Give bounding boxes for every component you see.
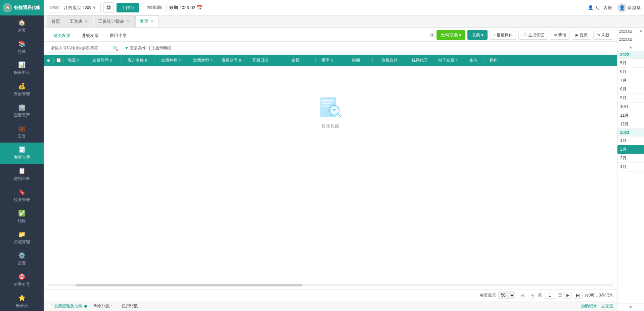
sub-tab-sales-invoice[interactable]: 销项发票	[48, 31, 76, 41]
settings-icon: ⚙️	[18, 252, 26, 259]
period-2022-8[interactable]: 8月	[617, 85, 644, 94]
show-detail-checkbox-area[interactable]: 显示明细	[149, 45, 171, 51]
period-2023-4[interactable]: 4月	[617, 163, 644, 171]
sidebar-item-guide[interactable]: 🎯 新手引导	[0, 270, 44, 291]
generate-cert-button[interactable]: 📄 生成凭证	[518, 31, 548, 40]
last-page-button[interactable]: ▶|	[574, 292, 583, 299]
check-indicator	[84, 305, 87, 308]
search-input[interactable]	[51, 46, 111, 50]
sidebar-item-close-label: 结账	[18, 218, 26, 224]
user-menu[interactable]: 👤 徐溢华	[617, 3, 641, 12]
panel-close-icon[interactable]: ✕	[639, 29, 643, 34]
th-tax-area: 税局代开	[406, 57, 433, 63]
grid-view-icon[interactable]: ⊞	[430, 32, 434, 38]
salary-tab-close-icon[interactable]: ✕	[84, 19, 89, 24]
used-count-area: 已用张数：	[122, 303, 143, 309]
tab-bar: 首页 工资表 ✕ 工资统计报表 ✕ 发票 ✕	[44, 15, 644, 28]
old-version-button[interactable]: 切到旧版	[142, 3, 167, 12]
period-2022-7[interactable]: 7月	[617, 76, 644, 85]
pagination: 每页显示 50 100 200 |◀ ◀ 第 页 ▶ ▶| 共0页，0条记录	[480, 291, 613, 299]
sidebar-item-salary-label: 工资	[18, 133, 26, 139]
period-2022-11[interactable]: 11月	[617, 111, 644, 120]
invoice-check-link[interactable]: 发票查验及拍照	[54, 303, 82, 309]
period-2022-5[interactable]: 5月	[617, 59, 644, 68]
svg-rect-2	[322, 103, 332, 104]
no-deduction-button[interactable]: 无勾取票 ▾	[436, 30, 465, 40]
period-2022-9[interactable]: 9月	[617, 94, 644, 103]
period-2022-12[interactable]: 12月	[617, 120, 644, 129]
tab-invoice[interactable]: 发票 ✕	[135, 15, 159, 27]
more-conditions-button[interactable]: ▼ 更多条件	[125, 45, 146, 51]
sidebar-item-sales[interactable]: 📋 进销台账	[0, 164, 44, 185]
th-invoice-num: 发票号码 ⇅	[84, 57, 121, 63]
period-2022-10[interactable]: 10月	[617, 103, 644, 111]
th-checkbox[interactable]	[54, 58, 64, 63]
prev-page-button[interactable]: ◀	[528, 292, 536, 299]
salary-report-tab-close-icon[interactable]: ✕	[126, 19, 130, 24]
tab-salary[interactable]: 工资表 ✕	[65, 15, 93, 27]
period-calendar-icon[interactable]: 📅	[197, 5, 202, 10]
sidebar-item-vip-label: 畅会员	[16, 303, 28, 309]
tab-salary-report[interactable]: 工资统计报表 ✕	[94, 15, 135, 27]
copy-button[interactable]: ⧉	[103, 2, 114, 13]
sidebar-item-home[interactable]: 🏠 首页	[0, 15, 44, 37]
first-page-button[interactable]: |◀	[517, 292, 526, 299]
page-input[interactable]	[544, 292, 556, 299]
service-label: 人工客服	[595, 5, 612, 11]
next-page-button[interactable]: ▶	[564, 292, 572, 299]
show-detail-checkbox[interactable]	[149, 46, 154, 50]
tab-home[interactable]: 首页	[47, 15, 64, 27]
invoice-tab-close-icon[interactable]: ✕	[150, 19, 154, 24]
sub-tab-purchase-label: 进项发票	[81, 33, 99, 38]
period-2023-1[interactable]: 1月	[617, 137, 644, 145]
sidebar-item-ledger-label: 总账	[18, 49, 26, 54]
sidebar-item-ledger[interactable]: 📚 总账	[0, 37, 44, 58]
period-2022-6[interactable]: 6月	[617, 68, 644, 76]
video-label: 视频	[580, 32, 588, 38]
reports-icon: 📊	[18, 61, 26, 69]
sidebar-item-vip[interactable]: ⭐ 畅会员	[0, 291, 44, 311]
sidebar-item-tax[interactable]: 🔖 税务管理	[0, 185, 44, 206]
refresh-button[interactable]: ↻ 刷新	[593, 31, 613, 40]
th-cert: 凭证 ⇅	[64, 57, 84, 63]
sidebar-item-finance[interactable]: 💰 资金管理	[0, 79, 44, 100]
generate-cert-icon: 📄	[522, 33, 527, 37]
sidebar-item-archive[interactable]: 📁 归档管理	[0, 227, 44, 248]
video-button[interactable]: ▶ 视频	[572, 31, 591, 40]
sidebar-item-reports[interactable]: 📊 报表中心	[0, 58, 44, 79]
sidebar-item-invoice[interactable]: 🧾 发票管理	[0, 143, 44, 164]
period-text-label: 账期	[169, 5, 178, 11]
period-scroll-down-button[interactable]: ▼	[617, 303, 644, 311]
period-2023-3[interactable]: 3月	[617, 154, 644, 163]
footer-links: 加购记录 去充值	[581, 303, 613, 309]
th-settings[interactable]: ⚙	[44, 58, 54, 63]
workspace-button[interactable]: 工作台	[117, 3, 139, 12]
period-scroll-up-button[interactable]: ▲	[617, 43, 644, 51]
sidebar-item-close[interactable]: ✅ 结账	[0, 206, 44, 227]
deduction-button[interactable]: 取票 ▾	[467, 30, 488, 40]
sidebar-item-guide-label: 新手引导	[14, 282, 30, 287]
sidebar-item-settings[interactable]: ⚙️ 设置	[0, 248, 44, 270]
sidebar-item-salary[interactable]: 💼 工资	[0, 121, 44, 143]
invoice-check-checkbox[interactable]	[48, 304, 52, 308]
per-page-select[interactable]: 50 100 200	[498, 291, 515, 299]
select-all-checkbox[interactable]	[56, 58, 61, 63]
panel-period-label: 2023.02	[619, 29, 632, 33]
join-member-link[interactable]: 加购记录	[581, 303, 597, 309]
company-label-prefix: (勿删）	[50, 5, 62, 10]
billing-link[interactable]: 去充值	[601, 303, 613, 309]
th-tax-rate: 税率 ⇅	[316, 57, 339, 63]
th-inv-cat: 发票类型 ⇅	[188, 57, 218, 63]
page-end-label: 页	[558, 293, 562, 298]
sub-tab-expense-receipt[interactable]: 费用小票	[104, 31, 132, 41]
sidebar-item-assets[interactable]: 🏢 固定资产	[0, 100, 44, 121]
new-button[interactable]: ⊕ 新增	[550, 31, 570, 40]
customer-service-button[interactable]: 👤 人工客服	[588, 5, 612, 11]
period-2023-2[interactable]: 2月	[617, 145, 644, 154]
sub-tab-purchase-invoice[interactable]: 进项发票	[76, 31, 104, 41]
company-selector[interactable]: (勿删） 江西股宝-LSS ▼	[47, 3, 101, 12]
generate-cert-label: 生成凭证	[528, 32, 544, 38]
batch-op-button[interactable]: ≡ 批量操作	[490, 31, 516, 40]
horizontal-scrollbar[interactable]	[48, 284, 613, 286]
search-box[interactable]: 🔍	[48, 44, 121, 52]
